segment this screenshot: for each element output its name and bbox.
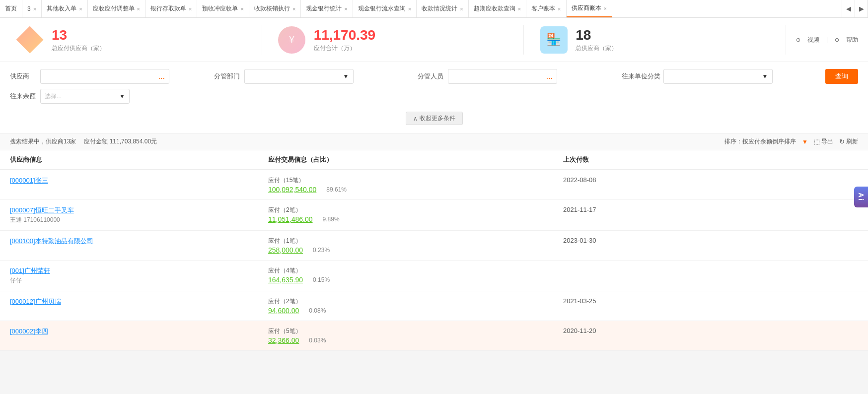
summary-text-2: 11,170.39 应付合计（万） bbox=[314, 27, 376, 53]
nav-tab-home[interactable]: 首页 bbox=[0, 0, 22, 17]
supplier-link[interactable]: [000100]本特勤油品有限公司 bbox=[10, 237, 93, 245]
table-row[interactable]: [001]广州荣轩 仔仔 应付（4笔） 164,635.90 0.15% bbox=[0, 261, 868, 291]
close-icon[interactable]: × bbox=[460, 6, 463, 12]
close-icon[interactable]: × bbox=[33, 6, 36, 12]
help-icon: ⊙ bbox=[835, 37, 839, 43]
nav-tab-3-label: 3 bbox=[27, 5, 31, 12]
supplier-link[interactable]: [000007]恒旺二手叉车 bbox=[10, 206, 74, 214]
payable-pct: 0.03% bbox=[309, 337, 326, 344]
balance-select[interactable]: 选择... ▼ bbox=[40, 89, 130, 104]
nav-tab-collect-stats[interactable]: 收款情况统计 × bbox=[417, 0, 468, 17]
dept-dropdown-icon: ▼ bbox=[343, 73, 349, 80]
collapse-button[interactable]: ∧ 收起更多条件 bbox=[406, 112, 463, 125]
video-link[interactable]: 视频 bbox=[807, 36, 819, 44]
nav-tab-advance[interactable]: 预收冲应收单 × bbox=[197, 0, 249, 17]
payable-amount[interactable]: 32,366.00 bbox=[268, 336, 299, 344]
nav-tab-advance-label: 预收冲应收单 bbox=[202, 4, 238, 13]
supplier-dots-icon[interactable]: ... bbox=[158, 72, 165, 81]
refresh-button[interactable]: ↻ 刷新 bbox=[839, 137, 858, 146]
query-button[interactable]: 查询 bbox=[825, 69, 858, 84]
payable-info-cell: 应付（2笔） 11,051,486.00 9.89% bbox=[268, 206, 563, 223]
result-bar-right: 排序：按应付余额倒序排序 ▼ ⬚ 导出 ↻ 刷新 bbox=[724, 137, 858, 146]
result-bar: 搜索结果中，供应商13家 应付金额 111,703,854.00元 排序：按应付… bbox=[0, 133, 868, 150]
supplier-link[interactable]: [000012]广州贝瑞 bbox=[10, 298, 61, 305]
total-suppliers-label: 总供应商（家） bbox=[576, 44, 617, 53]
person-input[interactable]: ... bbox=[448, 69, 557, 84]
payable-row: 258,000.00 0.23% bbox=[268, 246, 563, 254]
payable-amount[interactable]: 100,092,540.00 bbox=[268, 186, 316, 194]
table-row[interactable]: [000002]李四 应付（5笔） 32,366.00 0.03% 2020-1… bbox=[0, 321, 868, 351]
close-icon[interactable]: × bbox=[240, 6, 243, 12]
nav-tab-supplier-ledger[interactable]: 供应商账本 × bbox=[567, 0, 612, 17]
export-button[interactable]: ⬚ 导出 bbox=[814, 137, 833, 146]
nav-tab-home-label: 首页 bbox=[5, 4, 17, 13]
supplier-input[interactable]: ... bbox=[40, 69, 169, 84]
filter-supplier: 供应商 ... bbox=[10, 69, 206, 84]
payable-pct: 0.23% bbox=[313, 247, 330, 254]
close-icon[interactable]: × bbox=[344, 6, 347, 12]
payable-amount[interactable]: 94,600.00 bbox=[268, 307, 299, 315]
last-pay-cell: 2022-08-08 bbox=[563, 176, 858, 184]
balance-placeholder: 选择... bbox=[45, 92, 62, 101]
close-icon[interactable]: × bbox=[189, 6, 192, 12]
nav-tab-cash-flow[interactable]: 现金银行流水查询 × bbox=[353, 0, 417, 17]
table-row[interactable]: [000100]本特勤油品有限公司 应付（1笔） 258,000.00 0.23… bbox=[0, 231, 868, 261]
close-icon[interactable]: × bbox=[79, 6, 82, 12]
collapse-label: 收起更多条件 bbox=[420, 114, 455, 123]
nav-arrows: ◀ ▶ bbox=[842, 0, 868, 18]
supplier-link[interactable]: [001]广州荣轩 bbox=[10, 267, 50, 274]
sort-dropdown-icon[interactable]: ▼ bbox=[802, 138, 808, 145]
close-icon[interactable]: × bbox=[137, 6, 140, 12]
close-icon[interactable]: × bbox=[292, 6, 295, 12]
total-payable-amount-number: 11,170.39 bbox=[314, 27, 376, 44]
dept-select[interactable]: ▼ bbox=[244, 69, 354, 84]
export-icon: ⬚ bbox=[814, 138, 820, 145]
last-pay-cell: 2021-03-25 bbox=[563, 297, 858, 305]
supplier-link[interactable]: [000001]张三 bbox=[10, 177, 48, 184]
help-link[interactable]: 帮助 bbox=[846, 36, 858, 44]
summary-actions: ⊙ 视频 | ⊙ 帮助 bbox=[786, 36, 858, 44]
amount-text: 应付金额 111,703,854.00元 bbox=[84, 137, 157, 146]
payable-amount[interactable]: 11,051,486.00 bbox=[268, 215, 313, 223]
category-select[interactable]: ▼ bbox=[663, 69, 773, 84]
table-scroll-area[interactable]: [000001]张三 应付（15笔） 100,092,540.00 89.61%… bbox=[0, 170, 868, 351]
close-icon[interactable]: × bbox=[604, 5, 607, 11]
table-row[interactable]: [000001]张三 应付（15笔） 100,092,540.00 89.61%… bbox=[0, 170, 868, 200]
nav-next-button[interactable]: ▶ bbox=[855, 0, 868, 18]
payable-amount[interactable]: 258,000.00 bbox=[268, 246, 303, 254]
close-icon[interactable]: × bbox=[518, 6, 521, 12]
nav-tab-3[interactable]: 3 × bbox=[22, 0, 42, 17]
payable-pct: 9.89% bbox=[323, 216, 340, 223]
nav-tab-adjustment[interactable]: 应收应付调整单 × bbox=[88, 0, 145, 17]
last-pay-cell: 2020-11-20 bbox=[563, 327, 858, 334]
payable-row: 11,051,486.00 9.89% bbox=[268, 215, 563, 223]
balance-dropdown-icon: ▼ bbox=[119, 93, 125, 100]
nav-tab-overdue[interactable]: 超期应收款查询 × bbox=[469, 0, 526, 17]
payable-info-cell: 应付（2笔） 94,600.00 0.08% bbox=[268, 297, 563, 315]
filter-row-1: 供应商 ... 分管部门 ▼ 分管人员 ... 往来单位分类 ▼ bbox=[10, 69, 858, 84]
ai-float-button[interactable]: Ai bbox=[854, 187, 868, 207]
nav-tab-customer-ledger-label: 客户账本 bbox=[531, 4, 555, 13]
nav-tab-other-income[interactable]: 其他收入单 × bbox=[42, 0, 87, 17]
summary-icon-3: 🏪 bbox=[539, 25, 569, 55]
table-row[interactable]: [000012]广州贝瑞 应付（2笔） 94,600.00 0.08% 2021… bbox=[0, 291, 868, 321]
total-payable-suppliers-number: 13 bbox=[52, 27, 105, 44]
table-row[interactable]: [000007]恒旺二手叉车 王通 17106110000 应付（2笔） 11,… bbox=[0, 200, 868, 231]
close-icon[interactable]: × bbox=[558, 6, 561, 12]
close-icon[interactable]: × bbox=[408, 6, 411, 12]
nav-tab-cash-flow-label: 现金银行流水查询 bbox=[358, 4, 406, 13]
nav-tab-cash-stats[interactable]: 现金银行统计 × bbox=[301, 0, 353, 17]
payable-info-cell: 应付（15笔） 100,092,540.00 89.61% bbox=[268, 176, 563, 194]
dept-filter-label: 分管部门 bbox=[214, 72, 241, 81]
payable-row: 32,366.00 0.03% bbox=[268, 336, 563, 344]
person-dots-icon[interactable]: ... bbox=[546, 72, 553, 81]
nav-tab-customer-ledger[interactable]: 客户账本 × bbox=[526, 0, 566, 17]
nav-tab-collection[interactable]: 收款核销执行 × bbox=[249, 0, 301, 17]
nav-prev-button[interactable]: ◀ bbox=[842, 0, 855, 18]
supplier-link[interactable]: [000002]李四 bbox=[10, 328, 48, 335]
payable-amount[interactable]: 164,635.90 bbox=[268, 276, 303, 284]
filter-row-2: 往来余额 选择... ▼ bbox=[10, 89, 858, 104]
nav-tab-bank[interactable]: 银行存取款单 × bbox=[145, 0, 197, 17]
nav-tab-collection-label: 收款核销执行 bbox=[254, 4, 290, 13]
payable-info-cell: 应付（5笔） 32,366.00 0.03% bbox=[268, 327, 563, 344]
